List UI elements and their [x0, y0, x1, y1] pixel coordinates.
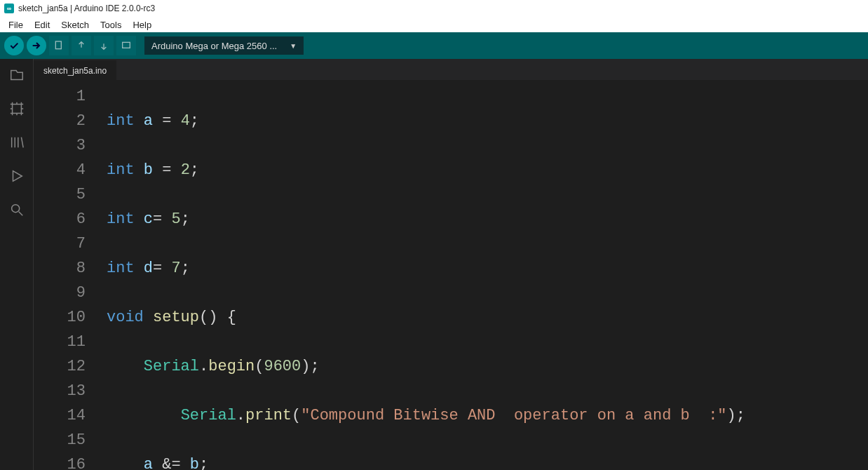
code-content[interactable]: int a = 4; int b = 2; int c= 5; int d= 7… [101, 80, 868, 470]
open-button[interactable] [72, 36, 91, 55]
editor-tab-label: sketch_jan5a.ino [43, 66, 107, 76]
svg-rect-0 [55, 41, 61, 49]
svg-rect-2 [12, 105, 21, 114]
app-icon: ∞ [4, 4, 14, 13]
menu-help[interactable]: Help [127, 20, 157, 30]
search-icon[interactable] [8, 201, 26, 219]
menu-edit[interactable]: Edit [29, 20, 55, 30]
editor-area: sketch_jan5a.ino 1 2 3 4 5 6 7 8 9 10 11… [34, 59, 868, 470]
svg-point-3 [11, 205, 19, 213]
board-selector[interactable]: Arduino Mega or Mega 2560 ... ▼ [144, 36, 304, 55]
debug-icon[interactable] [8, 167, 26, 185]
toolbar: Arduino Mega or Mega 2560 ... ▼ [0, 32, 868, 59]
window-title: sketch_jan5a | Arduino IDE 2.0.0-rc3 [18, 4, 155, 13]
board-selector-label: Arduino Mega or Mega 2560 ... [151, 41, 277, 51]
menu-sketch[interactable]: Sketch [55, 20, 95, 30]
menubar: File Edit Sketch Tools Help [0, 17, 868, 32]
upload-button[interactable] [27, 36, 46, 55]
main-area: sketch_jan5a.ino 1 2 3 4 5 6 7 8 9 10 11… [0, 59, 868, 470]
menu-file[interactable]: File [3, 20, 29, 30]
new-sketch-button[interactable] [49, 36, 69, 55]
serial-plotter-button[interactable] [116, 36, 136, 55]
line-number-gutter: 1 2 3 4 5 6 7 8 9 10 11 12 13 14 15 16 [34, 80, 101, 470]
activity-bar [0, 59, 34, 470]
code-editor[interactable]: 1 2 3 4 5 6 7 8 9 10 11 12 13 14 15 16 i… [34, 80, 868, 470]
verify-button[interactable] [4, 36, 24, 55]
explorer-icon[interactable] [8, 66, 26, 84]
save-button[interactable] [94, 36, 114, 55]
window-titlebar: ∞ sketch_jan5a | Arduino IDE 2.0.0-rc3 [0, 0, 868, 17]
editor-tab[interactable]: sketch_jan5a.ino [34, 60, 116, 80]
editor-tabs: sketch_jan5a.ino [34, 59, 868, 80]
library-manager-icon[interactable] [8, 133, 26, 152]
boards-manager-icon[interactable] [8, 100, 26, 118]
svg-rect-1 [123, 42, 130, 48]
menu-tools[interactable]: Tools [95, 20, 127, 30]
chevron-down-icon: ▼ [290, 42, 297, 50]
